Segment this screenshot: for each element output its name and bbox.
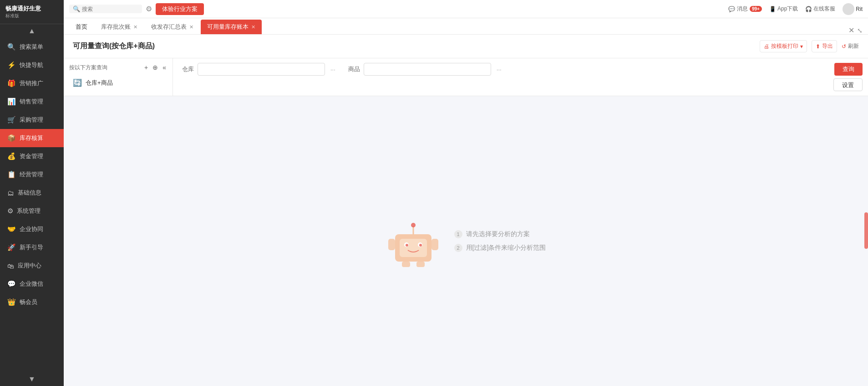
filter-settings-button[interactable]: ⊕: [152, 63, 159, 72]
sidebar-label-sales: 销售管理: [20, 98, 43, 106]
topbar-search-box: 🔍: [69, 5, 142, 13]
member-icon: 👑: [7, 298, 16, 306]
printer-icon: 🖨: [764, 43, 769, 50]
scrollbar-indicator[interactable]: [864, 212, 868, 249]
app-download-label: App下载: [777, 5, 798, 13]
sidebar-scroll-up[interactable]: ▲: [0, 24, 64, 38]
tab-close-all-button[interactable]: ✕: [848, 27, 854, 34]
tab-available-ledger-label: 可用量库存账本: [207, 23, 249, 31]
sidebar-label-purchase: 采购管理: [20, 116, 43, 124]
tabbar-right: ✕ ⤡: [848, 27, 863, 34]
sidebar-label-operation: 经营管理: [20, 170, 43, 179]
quicknav-icon: ⚡: [7, 61, 16, 69]
user-name: Rit: [856, 6, 863, 12]
filter-settings-btn[interactable]: 设置: [833, 78, 863, 91]
print-template-button[interactable]: 🖨 按模板打印 ▾: [760, 40, 807, 52]
empty-state: 1 请先选择要分析的方案 2 用[过滤]条件来缩小分析范围: [64, 96, 868, 386]
svg-point-7: [411, 223, 416, 227]
warehouse-product-label: 仓库+商品: [86, 79, 113, 87]
print-template-label: 按模板打印: [771, 42, 798, 50]
phone-icon: 📱: [769, 6, 776, 12]
sidebar-scroll-down[interactable]: ▼: [0, 372, 64, 386]
product-more-button[interactable]: ···: [495, 65, 503, 74]
sidebar-item-appstore[interactable]: 🛍 应用中心: [0, 257, 64, 275]
tab-batch-account[interactable]: 库存批次账 ✕: [95, 20, 144, 34]
sidebar-item-sales[interactable]: 📊 销售管理: [0, 93, 64, 111]
warehouse-more-button[interactable]: ···: [329, 65, 337, 74]
chevron-down-icon: ▾: [800, 43, 803, 50]
notifications-button[interactable]: 💬 消息 99+: [728, 5, 762, 13]
sidebar-label-system: 系统管理: [17, 207, 41, 215]
tab-expand-button[interactable]: ⤡: [857, 27, 863, 34]
sidebar-item-guide[interactable]: 🚀 新手引导: [0, 238, 64, 257]
page-content: 可用量查询(按仓库+商品) 🖨 按模板打印 ▾ ⬆ 导出 ↺ 刷新: [64, 35, 868, 386]
sidebar-item-inventory[interactable]: 📦 库存核算: [0, 129, 64, 147]
tabbar: 首页 库存批次账 ✕ 收发存汇总表 ✕ 可用量库存账本 ✕ ✕ ⤡: [64, 18, 868, 35]
tab-receive-summary-close[interactable]: ✕: [189, 24, 193, 30]
app-download-link[interactable]: 📱 App下载: [769, 5, 798, 13]
tab-batch-account-close[interactable]: ✕: [133, 24, 137, 30]
tip-text-1: 请先选择要分析的方案: [466, 230, 530, 238]
svg-point-4: [406, 244, 408, 247]
customer-service-link[interactable]: 🎧 在线客服: [805, 5, 835, 13]
refresh-label: 刷新: [848, 42, 859, 50]
export-icon: ⬆: [816, 43, 820, 50]
sidebar-item-basics[interactable]: 🗂 基础信息: [0, 184, 64, 202]
sidebar-item-wechat[interactable]: 💬 企业微信: [0, 275, 64, 293]
avatar: [843, 3, 854, 15]
sales-icon: 📊: [7, 98, 16, 106]
app-sub: 标准版: [5, 13, 58, 19]
main-area: 🔍 ⚙ 体验行业方案 💬 消息 99+ 📱 App下载 🎧 在线客服 Rit: [64, 0, 868, 386]
filter-icons: + ⊕ «: [143, 63, 167, 72]
export-button[interactable]: ⬆ 导出: [812, 40, 837, 52]
basics-icon: 🗂: [7, 189, 14, 197]
tab-home[interactable]: 首页: [69, 20, 94, 34]
tab-available-ledger-close[interactable]: ✕: [251, 24, 255, 30]
guide-icon: 🚀: [7, 243, 16, 252]
filter-field-product: 商品 ···: [346, 63, 503, 76]
sidebar-label-quick-nav: 快捷导航: [20, 61, 43, 69]
query-button[interactable]: 查询: [834, 63, 863, 76]
sidebar-item-operation[interactable]: 📋 经营管理: [0, 165, 64, 184]
operation-icon: 📋: [7, 170, 16, 179]
filter-option-warehouse-product[interactable]: 🔄 仓库+商品: [69, 76, 167, 90]
notifications-label: 消息: [737, 5, 748, 13]
gear-icon[interactable]: ⚙: [146, 5, 152, 13]
sidebar-label-finance: 资金管理: [20, 152, 43, 160]
filter-collapse-button[interactable]: «: [162, 63, 167, 72]
user-profile[interactable]: Rit: [843, 3, 863, 15]
sidebar-item-cooperation[interactable]: 🤝 企业协同: [0, 220, 64, 238]
product-input[interactable]: [364, 63, 491, 76]
tab-home-label: 首页: [76, 23, 87, 31]
filter-buttons: 查询 设置: [833, 58, 868, 96]
product-label: 商品: [346, 65, 360, 73]
sidebar-label-cooperation: 企业协同: [20, 225, 43, 233]
filter-add-button[interactable]: +: [143, 63, 149, 72]
svg-rect-8: [388, 239, 395, 250]
tab-receive-summary[interactable]: 收发存汇总表 ✕: [145, 20, 200, 34]
sidebar-nav: 🔍 搜索菜单 ⚡ 快捷导航 🎁 营销推广 📊 销售管理 🛒 采购管理 📦 库存核…: [0, 38, 64, 372]
sidebar-item-member[interactable]: 👑 畅会员: [0, 293, 64, 311]
sidebar-item-finance[interactable]: 💰 资金管理: [0, 147, 64, 165]
sidebar-item-marketing[interactable]: 🎁 营销推广: [0, 74, 64, 93]
inventory-icon: 📦: [7, 134, 16, 142]
refresh-button[interactable]: ↺ 刷新: [842, 42, 859, 50]
sidebar-item-quick-nav[interactable]: ⚡ 快捷导航: [0, 56, 64, 74]
warehouse-label: 仓库: [180, 65, 194, 73]
warehouse-product-icon: 🔄: [73, 78, 82, 87]
sidebar-item-purchase[interactable]: 🛒 采购管理: [0, 111, 64, 129]
wechat-icon: 💬: [7, 280, 16, 288]
tip-num-2: 2: [454, 244, 462, 252]
message-icon: 💬: [728, 6, 735, 12]
tab-available-ledger[interactable]: 可用量库存账本 ✕: [201, 20, 262, 34]
warehouse-input[interactable]: [198, 63, 325, 76]
sidebar-label-guide: 新手引导: [20, 243, 43, 252]
sidebar-item-system[interactable]: ⚙ 系统管理: [0, 202, 64, 220]
headset-icon: 🎧: [805, 6, 812, 12]
search-input[interactable]: [82, 6, 138, 12]
svg-point-5: [419, 244, 422, 247]
svg-rect-10: [402, 262, 410, 267]
trial-industry-button[interactable]: 体验行业方案: [156, 3, 204, 15]
sidebar-item-search[interactable]: 🔍 搜索菜单: [0, 38, 64, 56]
page-header-actions: 🖨 按模板打印 ▾ ⬆ 导出 ↺ 刷新: [760, 40, 859, 52]
